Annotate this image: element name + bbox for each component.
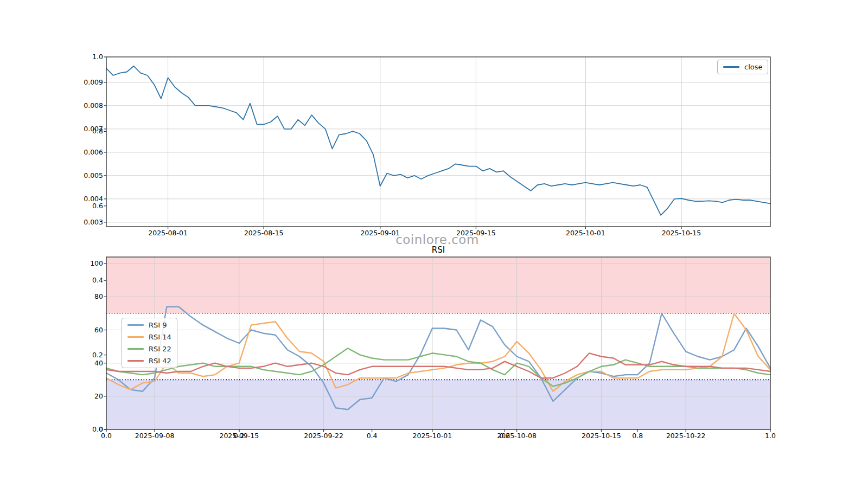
overlay-x-tick-label: 0.4	[367, 432, 378, 440]
rsi9-line-swatch	[127, 324, 144, 326]
price-legend: close	[717, 60, 768, 74]
overlay-x-tick-label: 0.2	[234, 432, 245, 440]
price-x-tick-label: 2025-09-01	[360, 229, 400, 237]
rsi14-line-swatch	[127, 336, 144, 338]
rsi-legend-item-rsi42: RSI 42	[127, 357, 171, 365]
overlay-x-tick-label: 0.6	[499, 432, 510, 440]
rsi22-line-swatch	[127, 348, 144, 350]
rsi-y-tick-label: 20	[65, 392, 103, 400]
overlay-y-tick-label: 0.2	[65, 351, 103, 359]
overlay-y-tick-label: 0.4	[65, 276, 103, 284]
rsi-legend-item-rsi14: RSI 14	[127, 333, 171, 341]
rsi-y-tick-label: 40	[65, 359, 103, 367]
price-y-tick-label: 0.009	[65, 78, 103, 86]
overlay-x-tick-label: 0.0	[101, 432, 112, 440]
price-y-tick-label: 0.003	[65, 218, 103, 226]
rsi-legend: RSI 9 RSI 14 RSI 22 RSI 42	[122, 318, 177, 368]
rsi-x-tick-label: 2025-10-15	[582, 432, 621, 440]
rsi-x-tick-label: 2025-10-01	[413, 432, 452, 440]
rsi-x-tick-label: 2025-10-22	[666, 432, 706, 440]
close-legend-label: close	[744, 63, 762, 71]
figure: 0.0090.0080.0070.0060.0050.0040.0032025-…	[0, 0, 868, 488]
price-x-tick-label: 2025-08-15	[244, 229, 284, 237]
rsi-y-tick-label: 100	[65, 259, 103, 267]
price-x-tick-label: 2025-08-01	[148, 229, 188, 237]
price-x-tick-label: 2025-10-01	[566, 229, 605, 237]
rsi-legend-item-rsi9: RSI 9	[127, 321, 171, 329]
price-y-tick-label: 0.005	[65, 171, 103, 179]
rsi14-legend-label: RSI 14	[149, 333, 171, 341]
rsi42-line-swatch	[127, 360, 144, 362]
rsi-y-tick-label: 60	[65, 326, 103, 334]
overlay-y-tick-label: 1.0	[65, 53, 103, 61]
overlay-x-tick-label: 0.8	[632, 432, 643, 440]
price-y-tick-label: 0.006	[65, 148, 103, 156]
overlay-y-tick-label: 0.6	[65, 202, 103, 210]
close-line-swatch	[723, 66, 739, 68]
rsi9-legend-label: RSI 9	[149, 321, 167, 329]
overlay-y-tick-label: 0.8	[65, 127, 103, 135]
rsi-x-tick-label: 2025-09-08	[135, 432, 175, 440]
price-y-tick-label: 0.008	[65, 101, 103, 110]
rsi-x-tick-label: 2025-09-22	[304, 432, 343, 440]
rsi22-legend-label: RSI 22	[149, 345, 171, 353]
price-x-tick-label: 2025-10-15	[662, 229, 701, 237]
rsi-chart-title: RSI	[432, 245, 445, 255]
rsi-y-tick-label: 80	[65, 292, 103, 300]
overlay-y-tick-label: 0.0	[65, 425, 103, 433]
rsi42-legend-label: RSI 42	[149, 357, 171, 365]
overlay-x-tick-label: 1.0	[765, 432, 776, 440]
rsi-legend-item-rsi22: RSI 22	[127, 345, 171, 353]
